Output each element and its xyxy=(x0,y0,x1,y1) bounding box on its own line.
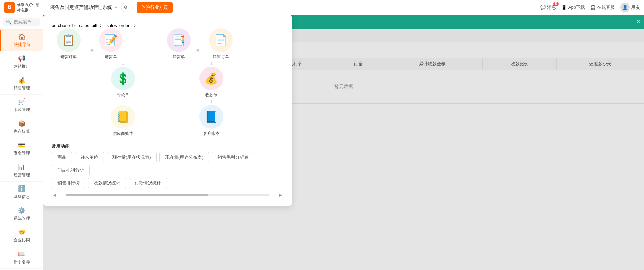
finance-icon: 💳 xyxy=(18,142,25,149)
system-title: 装备及固定资产辅助管理系统 ▾ ⚙ 体验行业方案 xyxy=(50,2,173,13)
system-icon: ⚙️ xyxy=(18,207,25,214)
flow-node-receipt[interactable]: 💰 收款单 xyxy=(194,67,228,98)
inventory-icon: 📦 xyxy=(18,120,25,127)
dialog-overlay: purchase_bill sales_bill <--- sales_orde… xyxy=(43,15,644,270)
guide-icon: 📖 xyxy=(18,250,25,258)
sidebar-item-sales[interactable]: 💰 销售管理 xyxy=(0,73,43,95)
payment-circle: 💲 xyxy=(111,67,135,90)
sidebar: 🔍 搜索菜单 🏠 快捷导航 📢 营销推广 💰 销售管理 🛒 采购管理 xyxy=(0,15,43,270)
common-btn-inventory-dist[interactable]: 现存量(库存分布表) xyxy=(159,152,209,162)
flow-node-purchase-order[interactable]: 📋 进货订单 xyxy=(52,28,86,60)
receipt-label: 收款单 xyxy=(205,92,217,98)
customer-ledger-circle: 📘 xyxy=(199,105,223,129)
sales-bill-circle: 📑 xyxy=(167,28,191,52)
top-right: 💬 消息 5 📱 App下载 🎧 在线客服 👤 用友 xyxy=(540,3,640,12)
scrollbar-thumb[interactable] xyxy=(66,194,208,196)
common-btn-goods-profit[interactable]: 商品毛利分析 xyxy=(52,165,90,175)
sidebar-item-purchase[interactable]: 🛒 采购管理 xyxy=(0,95,43,116)
purchase-order-label: 进货订单 xyxy=(60,54,77,60)
sidebar-item-inventory[interactable]: 📦 库存核算 xyxy=(0,116,43,138)
sidebar-item-enterprise[interactable]: 🤝 企业协同 xyxy=(0,225,43,247)
message-icon: 💬 xyxy=(540,5,546,10)
purchase-icon: 🛒 xyxy=(18,98,25,106)
trial-button[interactable]: 体验行业方案 xyxy=(137,2,173,13)
marketing-icon: 📢 xyxy=(18,55,25,62)
sidebar-item-quicknav[interactable]: 🏠 快捷导航 xyxy=(0,30,43,51)
scrollbar-track xyxy=(66,194,269,196)
common-btn-receipt-stats[interactable]: 收款情况统计 xyxy=(88,178,126,188)
arrow-down-customer: ↓ xyxy=(210,99,213,104)
main-area: 🔍 搜索菜单 🏠 快捷导航 📢 营销推广 💰 销售管理 🛒 采购管理 xyxy=(0,15,644,270)
top-bar: 6 畅康通好生意 标准版 装备及固定资产辅助管理系统 ▾ ⚙ 体验行业方案 💬 … xyxy=(0,0,644,15)
flow-node-sales-order[interactable]: 📄 销售订单 xyxy=(204,28,238,60)
common-btn-goods[interactable]: 商品 xyxy=(52,152,72,162)
common-btn-sales-profit[interactable]: 销售毛利分析表 xyxy=(212,152,254,162)
common-title: 常用功能 xyxy=(52,143,283,149)
flow-node-payment[interactable]: 💲 付款单 xyxy=(106,67,140,98)
gear-button[interactable]: ⚙ xyxy=(121,3,130,12)
enterprise-icon: 🤝 xyxy=(18,229,25,236)
search-icon: 🔍 xyxy=(6,20,12,25)
arrow-down-receipt: ↓ xyxy=(210,60,213,66)
download-icon: 📱 xyxy=(561,5,567,10)
scroll-right-button[interactable]: ▶ xyxy=(278,193,283,197)
flow-node-supplier-ledger[interactable]: 📒 供应商账本 xyxy=(106,105,140,137)
common-buttons-row2: 销售排行榜 收款情况统计 付款情况统计 xyxy=(52,178,283,188)
common-btn-sales-rank[interactable]: 销售排行榜 xyxy=(52,178,85,188)
flow-node-purchase-bill[interactable]: 📝 进货单 xyxy=(94,28,128,60)
flow-node-sales-bill[interactable]: 📑 销货单 xyxy=(162,28,196,60)
arrow-down-supplier: ↓ xyxy=(122,99,124,104)
sidebar-item-finance[interactable]: 💳 资金管理 xyxy=(0,138,43,160)
system-name: 装备及固定资产辅助管理系统 xyxy=(50,4,112,11)
purchase-order-circle: 📋 xyxy=(57,28,81,52)
content-area: 首页 销售订单执行表 × × ❓ 帮助 🖨 按模板打印 ▾ xyxy=(43,15,644,270)
sidebar-search[interactable]: 🔍 搜索菜单 xyxy=(0,15,43,30)
sidebar-item-management[interactable]: 📊 经营管理 xyxy=(0,160,43,182)
sidebar-item-basic-info[interactable]: ℹ️ 基础信息 xyxy=(0,182,43,203)
management-icon: 📊 xyxy=(18,163,25,171)
sales-icon: 💰 xyxy=(18,76,25,84)
dropdown-icon[interactable]: ▾ xyxy=(115,5,117,10)
home-icon: 🏠 xyxy=(18,33,26,40)
sidebar-item-guide[interactable]: 📖 新手引导 xyxy=(0,247,43,269)
avatar: 👤 xyxy=(620,3,630,12)
common-btn-payment-stats[interactable]: 付款情况统计 xyxy=(129,178,167,188)
logo-text: 畅康通好生意 标准版 xyxy=(17,2,39,12)
flow-node-customer-ledger[interactable]: 📘 客户账本 xyxy=(194,105,228,137)
sales-bill-label: 销货单 xyxy=(173,54,185,60)
sales-order-circle: 📄 xyxy=(209,28,233,52)
supplier-ledger-label: 供应商账本 xyxy=(113,131,133,137)
common-btn-inventory-status[interactable]: 现存量(库存状况表) xyxy=(107,152,157,162)
sidebar-item-system[interactable]: ⚙️ 系统管理 xyxy=(0,203,43,225)
payment-label: 付款单 xyxy=(117,92,129,98)
common-section: 常用功能 商品 往来单位 现存量(库存状况表) 现存量(库存分布表) 销售毛利分… xyxy=(52,143,283,188)
sidebar-item-marketing[interactable]: 📢 营销推广 xyxy=(0,51,43,73)
app-wrapper: 6 畅康通好生意 标准版 装备及固定资产辅助管理系统 ▾ ⚙ 体验行业方案 💬 … xyxy=(0,0,644,270)
receipt-circle: 💰 xyxy=(199,67,223,90)
arrow-down-payment: ↓ xyxy=(122,60,124,66)
search-menu-input[interactable]: 🔍 搜索菜单 xyxy=(3,18,40,26)
message-button[interactable]: 💬 消息 5 xyxy=(540,4,556,11)
info-icon: ℹ️ xyxy=(18,185,25,193)
common-buttons-row1: 商品 往来单位 现存量(库存状况表) 现存量(库存分布表) 销售毛利分析表 商品… xyxy=(52,152,283,175)
customer-ledger-label: 客户账本 xyxy=(203,131,220,137)
message-badge: 5 xyxy=(553,2,559,6)
logo-icon: 6 xyxy=(4,2,15,13)
purchase-bill-label: 进货单 xyxy=(105,54,117,60)
dialog-scroll: ◀ ▶ xyxy=(52,192,283,198)
purchase-bill-circle: 📝 xyxy=(99,28,123,52)
online-service-button[interactable]: 🎧 在线客服 xyxy=(590,4,615,11)
flow-dialog: purchase_bill sales_bill <--- sales_orde… xyxy=(43,15,292,206)
supplier-ledger-circle: 📒 xyxy=(111,105,135,129)
logo-area: 6 畅康通好生意 标准版 xyxy=(4,2,48,13)
app-download-button[interactable]: 📱 App下载 xyxy=(561,4,585,11)
scroll-left-button[interactable]: ◀ xyxy=(52,193,57,197)
common-btn-contacts[interactable]: 往来单位 xyxy=(75,152,104,162)
service-icon: 🎧 xyxy=(590,5,596,10)
flow-section: purchase_bill sales_bill <--- sales_orde… xyxy=(52,23,283,137)
sales-order-label: 销售订单 xyxy=(213,54,229,60)
user-area[interactable]: 👤 用友 xyxy=(620,3,640,12)
